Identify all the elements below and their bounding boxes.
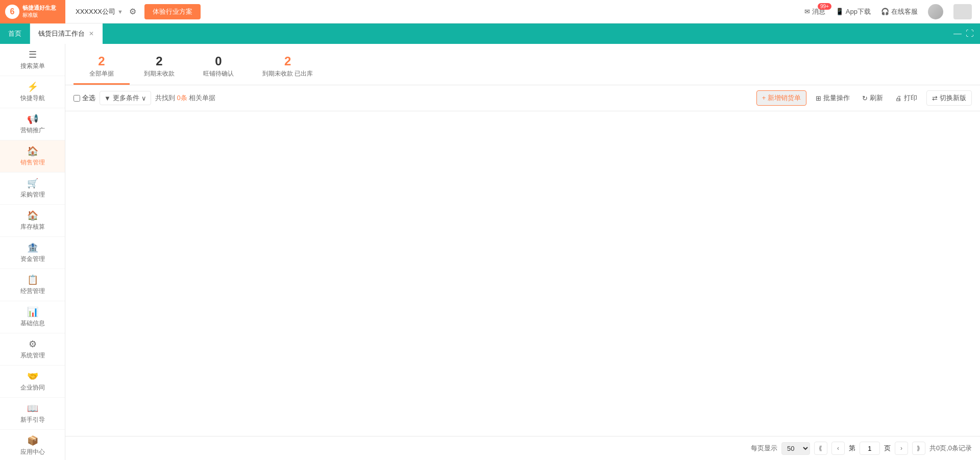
sidebar-item-label-enterprise-coop: 企业协同 (20, 383, 45, 392)
main-layout: ☰ 搜索菜单 ⚡ 快捷导航 📢 营销推广 🏠 销售管理 🛒 采购管理 🏠 库存核… (0, 44, 980, 460)
sidebar-item-quick-nav[interactable]: ⚡ 快捷导航 (0, 76, 65, 108)
tabbar-actions: — ⛶ (953, 29, 980, 38)
page-label-ye: 页 (884, 444, 891, 453)
tab-home-label: 首页 (8, 29, 21, 38)
sidebar-item-app-center[interactable]: 📦 应用中心 (0, 430, 65, 460)
tabbar-minimize-icon[interactable]: — (953, 29, 962, 38)
avatar-image (928, 4, 943, 19)
sidebar-item-label-system-mgmt: 系统管理 (20, 351, 45, 360)
logo-brand: 畅捷通好生意 (22, 4, 56, 12)
select-all-checkbox[interactable]: 全选 (74, 93, 95, 103)
stat-tab-overdue-uncollected[interactable]: 2 到期未收款 (130, 50, 189, 85)
user-menu-btn[interactable] (953, 4, 972, 19)
company-name: XXXXXX公司 (76, 7, 115, 16)
page-last-button[interactable]: ⟫ (912, 442, 925, 455)
stat-count-all: 2 (98, 54, 105, 68)
batch-operation-button[interactable]: ⊞ 批量操作 (813, 91, 853, 105)
app-download-item[interactable]: 📱 App下载 (836, 7, 871, 16)
newbie-guide-icon: 📖 (27, 403, 38, 414)
found-prefix: 共找到 (155, 94, 175, 102)
tab-cash-work[interactable]: 钱货日清工作台 ✕ (30, 23, 103, 44)
tab-cash-work-label: 钱货日清工作台 (38, 29, 85, 38)
page-label-di: 第 (849, 444, 855, 453)
page-first-button[interactable]: ⟪ (814, 442, 827, 455)
switch-icon: ⇄ (932, 94, 938, 102)
system-mgmt-icon: ⚙ (29, 338, 37, 350)
sidebar-item-newbie-guide[interactable]: 📖 新手引导 (0, 398, 65, 430)
stat-tab-all[interactable]: 2 全部单据 (74, 50, 130, 85)
message-icon: ✉ (804, 8, 810, 15)
stat-label-wangpu: 旺铺待确认 (203, 69, 234, 78)
stat-tab-overdue-unshipped[interactable]: 2 到期未收款 已出库 (248, 50, 327, 85)
page-number-input[interactable] (860, 442, 880, 455)
found-count: 0条 (177, 94, 187, 102)
sidebar-item-label-search-menu: 搜索菜单 (20, 62, 45, 70)
tab-home[interactable]: 首页 (0, 23, 30, 44)
print-button[interactable]: 🖨 打印 (892, 91, 920, 105)
sidebar-item-finance-mgmt[interactable]: 🏦 资金管理 (0, 237, 65, 269)
sidebar-item-purchase-mgmt[interactable]: 🛒 采购管理 (0, 173, 65, 205)
filter-chevron-icon: ∨ (141, 94, 146, 102)
page-next-button[interactable]: › (895, 442, 908, 455)
app-download-label: App下载 (846, 7, 871, 16)
sidebar-item-label-stock-mgmt: 库存核算 (20, 223, 45, 231)
chevron-down-icon: ▼ (117, 9, 123, 15)
logo-text-area: 畅捷通好生意 标准版 (22, 4, 56, 19)
stat-label-overdue-unshipped: 到期未收款 已出库 (262, 69, 313, 78)
sidebar-item-search-menu[interactable]: ☰ 搜索菜单 (0, 44, 65, 76)
quick-nav-icon: ⚡ (27, 81, 38, 92)
sidebar-item-label-app-center: 应用中心 (20, 448, 45, 456)
sidebar-item-label-finance-mgmt: 资金管理 (20, 255, 45, 263)
select-all-input[interactable] (74, 95, 80, 102)
tab-close-icon[interactable]: ✕ (89, 30, 94, 37)
filter-label: 更多条件 (113, 93, 139, 103)
logo-sub: 标准版 (22, 12, 56, 19)
sidebar-item-basic-info[interactable]: 📊 基础信息 (0, 301, 65, 333)
sidebar-item-sales-mgmt[interactable]: 🏠 销售管理 (0, 140, 65, 173)
enterprise-coop-icon: 🤝 (27, 371, 38, 382)
table-area (65, 111, 980, 436)
settings-icon[interactable]: ⚙ (129, 7, 136, 16)
toolbar-right: + 新增销货单 ⊞ 批量操作 ↻ 刷新 🖨 打印 ⇄ 切换新版 (756, 90, 972, 106)
stat-tab-wangpu-confirm[interactable]: 0 旺铺待确认 (189, 50, 248, 85)
per-page-label: 每页显示 (751, 444, 777, 453)
topbar: 6 畅捷通好生意 标准版 XXXXXX公司 ▼ ⚙ 体验行业方案 ✉ 消息 99… (0, 0, 980, 23)
tabbar: 首页 钱货日清工作台 ✕ — ⛶ (0, 23, 980, 44)
page-prev-button[interactable]: ‹ (831, 442, 845, 455)
avatar[interactable] (928, 4, 943, 19)
logo-icon: 6 (5, 5, 19, 19)
sidebar-item-enterprise-coop[interactable]: 🤝 企业协同 (0, 366, 65, 398)
company-selector[interactable]: XXXXXX公司 ▼ (76, 7, 123, 16)
switch-version-button[interactable]: ⇄ 切换新版 (926, 90, 972, 106)
per-page-select[interactable]: 50 100 200 (781, 442, 810, 455)
online-service-item[interactable]: 🎧 在线客服 (881, 7, 918, 16)
trial-button[interactable]: 体验行业方案 (144, 4, 201, 19)
sidebar-item-stock-mgmt[interactable]: 🏠 库存核算 (0, 205, 65, 237)
refresh-label: 刷新 (870, 93, 883, 103)
found-text: 共找到 0条 相关单据 (155, 93, 215, 103)
message-badge: 99+ (818, 3, 831, 10)
filter-button[interactable]: ▼ 更多条件 ∨ (100, 91, 151, 105)
refresh-icon: ↻ (862, 94, 868, 102)
add-sales-order-button[interactable]: + 新增销货单 (756, 90, 806, 106)
sidebar-item-system-mgmt[interactable]: ⚙ 系统管理 (0, 333, 65, 366)
refresh-button[interactable]: ↻ 刷新 (859, 91, 886, 105)
batch-label: 批量操作 (823, 93, 850, 103)
sidebar-item-ops-mgmt[interactable]: 📋 经营管理 (0, 269, 65, 301)
sales-mgmt-icon: 🏠 (27, 146, 38, 157)
logo-area: 6 畅捷通好生意 标准版 (0, 0, 65, 23)
select-all-label: 全选 (82, 93, 95, 103)
sidebar-item-label-marketing: 营销推广 (20, 126, 45, 135)
switch-label: 切换新版 (940, 93, 966, 103)
online-service-label: 在线客服 (891, 7, 918, 16)
content-area: 2 全部单据 2 到期未收款 0 旺铺待确认 2 到期未收款 已出库 全选 (65, 44, 980, 460)
message-item[interactable]: ✉ 消息 99+ (804, 7, 825, 16)
basic-info-icon: 📊 (27, 306, 38, 318)
purchase-mgmt-icon: 🛒 (27, 178, 38, 189)
sidebar-item-label-basic-info: 基础信息 (20, 319, 45, 328)
sidebar-item-marketing[interactable]: 📢 营销推广 (0, 108, 65, 140)
tabbar-maximize-icon[interactable]: ⛶ (966, 29, 974, 38)
sidebar: ☰ 搜索菜单 ⚡ 快捷导航 📢 营销推广 🏠 销售管理 🛒 采购管理 🏠 库存核… (0, 44, 65, 460)
stock-mgmt-icon: 🏠 (27, 210, 38, 221)
finance-mgmt-icon: 🏦 (27, 242, 38, 253)
